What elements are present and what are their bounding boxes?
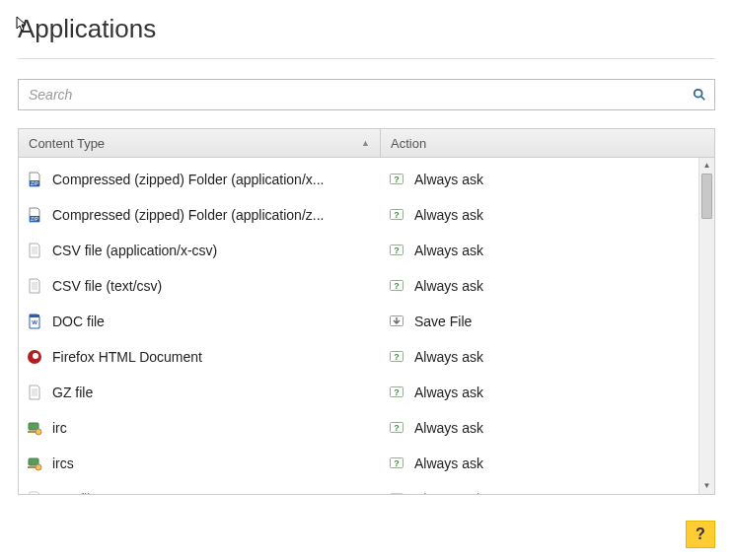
zip-icon: ZIP: [27, 172, 42, 187]
scrollbar[interactable]: ▲ ▼: [698, 158, 714, 494]
search-input[interactable]: [29, 87, 693, 103]
action-label: Always ask: [414, 243, 483, 258]
scroll-down-arrow[interactable]: ▼: [699, 478, 715, 494]
table-row[interactable]: CSV file (application/x-csv)?Always ask: [19, 233, 698, 268]
search-field[interactable]: [18, 79, 715, 110]
action-cell[interactable]: ?Always ask: [381, 172, 698, 187]
ask-icon: ?: [389, 207, 404, 223]
content-type-label: ircs: [52, 455, 74, 471]
action-cell[interactable]: ?Always ask: [381, 278, 698, 294]
content-type-label: CSV file (text/csv): [52, 278, 162, 294]
action-cell[interactable]: ?Always ask: [381, 420, 698, 436]
help-button[interactable]: ?: [686, 521, 715, 548]
svg-point-42: [36, 464, 41, 470]
content-type-cell: CSV file (application/x-csv): [19, 243, 381, 258]
file-icon: [27, 278, 42, 294]
action-label: Always ask: [414, 349, 483, 365]
table-row[interactable]: WDOC fileSave File: [19, 304, 698, 339]
table-body: ZIPCompressed (zipped) Folder (applicati…: [19, 158, 698, 494]
svg-point-26: [33, 353, 38, 359]
table-row[interactable]: GZ file?Always ask: [19, 375, 698, 410]
irc-icon: [27, 455, 42, 471]
ask-icon: ?: [389, 385, 404, 400]
ask-icon: ?: [389, 349, 404, 365]
content-type-cell: ISO file: [19, 491, 381, 494]
file-icon: [27, 385, 42, 400]
ask-icon: ?: [389, 172, 404, 187]
content-type-cell: ZIPCompressed (zipped) Folder (applicati…: [19, 172, 381, 187]
svg-text:?: ?: [394, 281, 400, 291]
content-type-cell: ZIPCompressed (zipped) Folder (applicati…: [19, 207, 381, 223]
content-type-label: GZ file: [52, 385, 93, 400]
action-cell[interactable]: ?Always ask: [381, 491, 698, 494]
firefox-icon: [27, 349, 42, 365]
content-type-label: Compressed (zipped) Folder (application/…: [52, 172, 324, 187]
content-type-cell: GZ file: [19, 385, 381, 400]
ask-icon: ?: [389, 420, 404, 436]
action-label: Save File: [414, 314, 472, 329]
content-type-label: DOC file: [52, 314, 105, 329]
action-label: Always ask: [414, 491, 483, 494]
scroll-thumb[interactable]: [701, 174, 712, 219]
ask-icon: ?: [389, 278, 404, 294]
content-type-cell: CSV file (text/csv): [19, 278, 381, 294]
content-type-cell: ircs: [19, 455, 381, 471]
ask-icon: ?: [389, 491, 404, 494]
table-row[interactable]: ZIPCompressed (zipped) Folder (applicati…: [19, 162, 698, 197]
zip-icon: ZIP: [27, 207, 42, 223]
column-header-content-type[interactable]: Content Type ▲: [19, 129, 381, 157]
file-icon: [27, 491, 42, 494]
svg-text:?: ?: [394, 458, 400, 468]
page-title-text: Applications: [18, 14, 156, 43]
action-cell[interactable]: ?Always ask: [381, 455, 698, 471]
search-icon[interactable]: [693, 88, 706, 102]
table-row[interactable]: ircs?Always ask: [19, 446, 698, 481]
irc-icon: [27, 420, 42, 436]
table-row[interactable]: irc?Always ask: [19, 410, 698, 446]
action-cell[interactable]: Save File: [381, 314, 698, 329]
svg-text:?: ?: [394, 494, 400, 495]
svg-text:ZIP: ZIP: [31, 180, 38, 186]
doc-icon: W: [27, 314, 42, 329]
action-label: Always ask: [414, 455, 483, 471]
table-row[interactable]: CSV file (text/csv)?Always ask: [19, 268, 698, 304]
ask-icon: ?: [389, 455, 404, 471]
help-button-label: ?: [696, 525, 705, 543]
content-type-label: CSV file (application/x-csv): [52, 243, 217, 258]
cursor-icon: [15, 16, 29, 34]
content-type-cell: WDOC file: [19, 314, 381, 329]
svg-text:ZIP: ZIP: [31, 216, 38, 222]
svg-text:?: ?: [394, 175, 400, 184]
action-cell[interactable]: ?Always ask: [381, 243, 698, 258]
table-row[interactable]: ISO file?Always ask: [19, 481, 698, 494]
svg-text:?: ?: [394, 387, 400, 397]
svg-text:W: W: [32, 319, 37, 325]
svg-point-37: [36, 429, 41, 435]
content-type-label: ISO file: [52, 491, 98, 494]
action-label: Always ask: [414, 385, 483, 400]
page-title: Applications: [18, 14, 715, 44]
table-row[interactable]: Firefox HTML Document?Always ask: [19, 339, 698, 375]
action-label: Always ask: [414, 420, 483, 436]
svg-point-0: [695, 90, 702, 98]
content-type-label: irc: [52, 420, 67, 436]
column-header-action[interactable]: Action: [381, 129, 714, 157]
svg-rect-22: [30, 315, 39, 317]
scroll-up-arrow[interactable]: ▲: [699, 158, 715, 174]
svg-text:?: ?: [394, 210, 400, 220]
action-cell[interactable]: ?Always ask: [381, 385, 698, 400]
action-label: Always ask: [414, 278, 483, 294]
svg-line-1: [701, 97, 705, 101]
content-type-label: Compressed (zipped) Folder (application/…: [52, 207, 324, 223]
action-label: Always ask: [414, 172, 483, 187]
svg-text:?: ?: [394, 352, 400, 362]
action-cell[interactable]: ?Always ask: [381, 349, 698, 365]
table-header: Content Type ▲ Action: [19, 129, 714, 158]
table-row[interactable]: ZIPCompressed (zipped) Folder (applicati…: [19, 197, 698, 233]
content-type-cell: irc: [19, 420, 381, 436]
action-cell[interactable]: ?Always ask: [381, 207, 698, 223]
svg-text:?: ?: [394, 423, 400, 433]
content-type-label: Firefox HTML Document: [52, 349, 202, 365]
ask-icon: ?: [389, 243, 404, 258]
column-header-content-type-label: Content Type: [29, 136, 105, 151]
